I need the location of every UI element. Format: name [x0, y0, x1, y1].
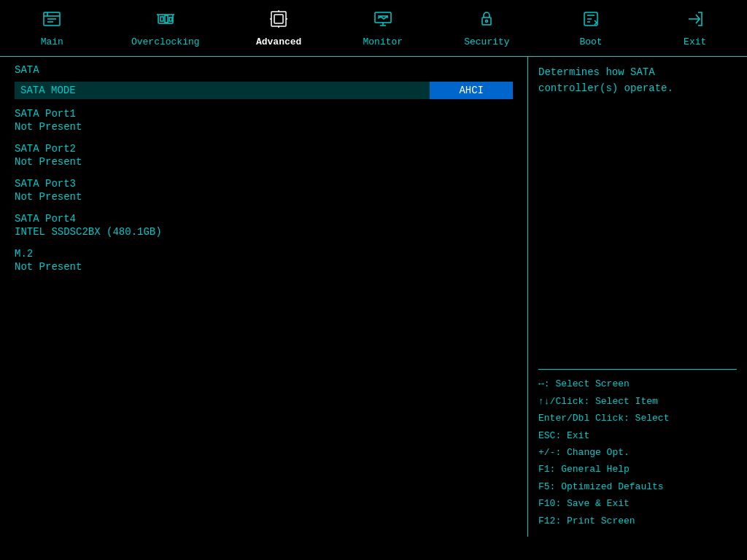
- info-description: Determines how SATA controller(s) operat…: [538, 64, 737, 97]
- hint-6: F5: Optimized Defaults: [538, 478, 737, 495]
- nav-item-monitor[interactable]: Monitor: [347, 6, 419, 50]
- svg-rect-17: [375, 12, 391, 23]
- svg-point-22: [486, 20, 488, 23]
- nav-label-advanced: Advanced: [256, 36, 301, 47]
- port-entry-0: SATA Port1 Not Present: [15, 108, 513, 133]
- port-entry-1: SATA Port2 Not Present: [15, 143, 513, 168]
- svg-rect-12: [274, 15, 283, 23]
- port-name-1: SATA Port2: [15, 143, 513, 155]
- nav-label-main: Main: [41, 36, 63, 47]
- security-icon: [476, 9, 497, 34]
- hint-2: Enter/Dbl Click: Select: [538, 410, 737, 427]
- sata-mode-value: AHCI: [430, 82, 513, 99]
- boot-icon: [581, 9, 601, 34]
- nav-bar: Main Overclocking Adva: [0, 0, 747, 57]
- hint-3: ESC: Exit: [538, 427, 737, 444]
- nav-label-exit: Exit: [684, 36, 706, 47]
- content-panel: SATA SATA MODE AHCI SATA Port1 Not Prese…: [0, 57, 528, 537]
- divider: [538, 369, 737, 370]
- port-entry-2: SATA Port3 Not Present: [15, 178, 513, 203]
- overclocking-icon: [155, 9, 176, 34]
- port-name-3: SATA Port4: [15, 213, 513, 225]
- port-value-4: Not Present: [15, 261, 513, 273]
- port-value-1: Not Present: [15, 156, 513, 168]
- port-name-0: SATA Port1: [15, 108, 513, 120]
- hint-1: ↑↓/Click: Select Item: [538, 393, 737, 410]
- port-name-4: M.2: [15, 248, 513, 260]
- hint-5: F1: General Help: [538, 461, 737, 478]
- svg-rect-6: [160, 17, 163, 21]
- nav-label-overclocking: Overclocking: [131, 36, 200, 47]
- exit-icon: [685, 9, 705, 34]
- sata-mode-label: SATA MODE: [15, 82, 430, 99]
- nav-item-advanced[interactable]: Advanced: [242, 6, 315, 50]
- svg-rect-8: [169, 18, 172, 21]
- nav-label-security: Security: [464, 36, 509, 47]
- monitor-icon: [373, 9, 393, 34]
- nav-item-main[interactable]: Main: [15, 6, 88, 50]
- nav-item-security[interactable]: Security: [450, 6, 523, 50]
- section-title: SATA: [15, 64, 513, 76]
- nav-item-boot[interactable]: Boot: [554, 6, 627, 50]
- port-value-3: INTEL SSDSC2BX (480.1GB): [15, 226, 513, 238]
- svg-rect-11: [271, 12, 286, 26]
- nav-label-monitor: Monitor: [363, 36, 403, 47]
- svg-rect-7: [165, 15, 168, 23]
- advanced-icon: [268, 9, 289, 34]
- nav-item-overclocking[interactable]: Overclocking: [120, 6, 212, 50]
- nav-label-boot: Boot: [579, 36, 602, 47]
- hint-8: F12: Print Screen: [538, 513, 737, 529]
- port-name-2: SATA Port3: [15, 178, 513, 190]
- main-layout: SATA SATA MODE AHCI SATA Port1 Not Prese…: [0, 57, 747, 537]
- port-value-2: Not Present: [15, 191, 513, 203]
- hint-7: F10: Save & Exit: [538, 495, 737, 512]
- port-entry-3: SATA Port4 INTEL SSDSC2BX (480.1GB): [15, 213, 513, 238]
- sata-mode-row[interactable]: SATA MODE AHCI: [15, 82, 513, 99]
- port-entry-4: M.2 Not Present: [15, 248, 513, 273]
- nav-item-exit[interactable]: Exit: [659, 6, 732, 50]
- hint-0: ↔: Select Screen: [538, 376, 737, 392]
- hint-4: +/-: Change Opt.: [538, 444, 737, 461]
- svg-rect-21: [482, 18, 491, 25]
- info-panel: Determines how SATA controller(s) operat…: [528, 57, 747, 537]
- main-icon: [42, 9, 62, 34]
- key-hints: ↔: Select Screen ↑↓/Click: Select Item E…: [538, 376, 737, 529]
- port-value-0: Not Present: [15, 121, 513, 133]
